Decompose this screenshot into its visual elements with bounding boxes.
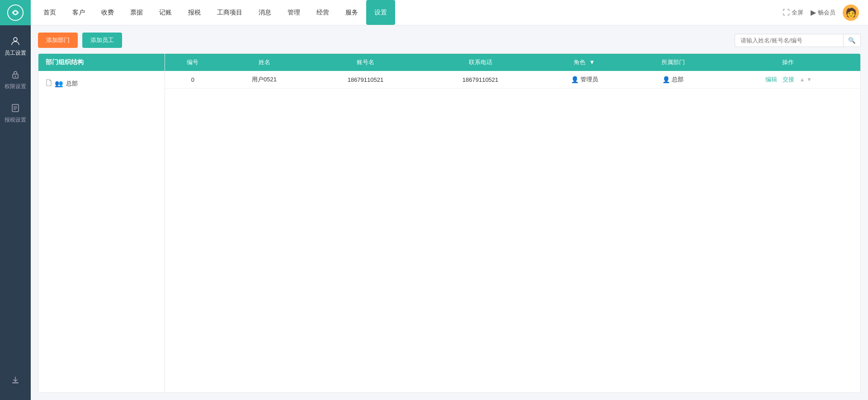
- cell-phone: 18679110521: [423, 71, 538, 89]
- avatar[interactable]: 🧑: [843, 5, 859, 21]
- col-header-dept: 所属部门: [631, 54, 716, 71]
- dept-user-icon-cell: 👤: [662, 76, 670, 83]
- nav-item-service[interactable]: 服务: [337, 0, 366, 25]
- nav-right: ⛶ 全屏 ▶ 畅会员 🧑: [783, 5, 868, 21]
- fullscreen-button[interactable]: ⛶ 全屏: [783, 9, 803, 17]
- content-area: 添加部门 添加员工 🔍 部门组织结构: [31, 25, 868, 400]
- svg-point-4: [15, 76, 16, 77]
- svg-rect-9: [12, 382, 19, 383]
- nav-items: 首页 客户 收费 票据 记账 报税 工商项目 消息 管理 经营 服务 设置: [31, 0, 783, 25]
- employee-table: 编号 姓名 账号名 联系电话 角色 ▼ 所属部门 操作: [165, 54, 860, 89]
- search-input[interactable]: [735, 34, 843, 47]
- nav-item-billing[interactable]: 收费: [93, 0, 122, 25]
- sidebar-bottom: [10, 369, 20, 393]
- role-value: 管理员: [580, 75, 598, 84]
- top-navigation: 首页 客户 收费 票据 记账 报税 工商项目 消息 管理 经营 服务 设置 ⛶ …: [0, 0, 868, 25]
- col-header-account: 账号名: [308, 54, 423, 71]
- sidebar-item-taxsettings-label: 报税设置: [5, 116, 26, 124]
- table-header-row: 编号 姓名 账号名 联系电话 角色 ▼ 所属部门 操作: [165, 54, 860, 71]
- search-button[interactable]: 🔍: [843, 34, 861, 47]
- sidebar-item-permission-label: 权限设置: [5, 83, 26, 90]
- cell-action: 编辑 交接 ▲ ▼: [715, 71, 860, 89]
- sidebar-item-taxsettings[interactable]: 报税设置: [0, 97, 31, 130]
- scroll-up-icon[interactable]: ▲: [800, 76, 805, 83]
- svg-point-2: [14, 38, 17, 41]
- svg-point-1: [14, 11, 17, 14]
- member-label: 畅会员: [818, 9, 835, 17]
- logo-area: [0, 0, 31, 25]
- download-icon: [10, 375, 20, 386]
- transfer-link[interactable]: 交接: [783, 76, 794, 83]
- nav-item-tax[interactable]: 报税: [180, 0, 209, 25]
- fullscreen-label: 全屏: [792, 9, 803, 17]
- sidebar: 员工设置 权限设置 报税设置: [0, 25, 31, 400]
- fullscreen-icon: ⛶: [783, 9, 790, 17]
- nav-item-manage[interactable]: 管理: [279, 0, 308, 25]
- nav-item-accounting[interactable]: 记账: [151, 0, 180, 25]
- dept-item-headquarters[interactable]: 👥 总部: [44, 76, 159, 90]
- employee-table-area: 编号 姓名 账号名 联系电话 角色 ▼ 所属部门 操作: [165, 54, 860, 392]
- cell-name: 用户0521: [221, 71, 308, 89]
- nav-item-message[interactable]: 消息: [250, 0, 279, 25]
- sidebar-item-permission[interactable]: 权限设置: [0, 63, 31, 97]
- cell-role: 👤 管理员: [538, 71, 631, 89]
- nav-item-settings[interactable]: 设置: [366, 0, 395, 25]
- table-row: 0 用户0521 18679110521 18679110521 👤 管理员: [165, 71, 860, 89]
- nav-item-home[interactable]: 首页: [35, 0, 64, 25]
- lock-icon: [10, 70, 20, 81]
- cell-dept: 👤 总部: [631, 71, 716, 89]
- add-employee-button[interactable]: 添加员工: [82, 33, 122, 48]
- tax-icon: [10, 103, 20, 114]
- dept-file-icon: [46, 79, 52, 88]
- col-header-role: 角色 ▼: [538, 54, 631, 71]
- main-layout: 员工设置 权限设置 报税设置: [0, 25, 868, 400]
- member-button[interactable]: ▶ 畅会员: [811, 8, 835, 17]
- dept-tree-header: 部门组织结构: [38, 54, 165, 71]
- role-filter-icon[interactable]: ▼: [589, 59, 595, 66]
- sidebar-item-employee-label: 员工设置: [5, 49, 26, 57]
- col-header-id: 编号: [165, 54, 221, 71]
- edit-link[interactable]: 编辑: [765, 76, 777, 83]
- toolbar: 添加部门 添加员工 🔍: [38, 33, 861, 48]
- main-panel: 部门组织结构 👥 总部: [38, 53, 861, 393]
- nav-item-business[interactable]: 工商项目: [209, 0, 250, 25]
- sidebar-item-employee[interactable]: 员工设置: [0, 30, 31, 63]
- cell-id: 0: [165, 71, 221, 89]
- add-dept-button[interactable]: 添加部门: [38, 33, 78, 48]
- scroll-down-icon[interactable]: ▼: [807, 76, 812, 83]
- dept-user-icon: 👥: [55, 80, 63, 88]
- dept-item-label: 总部: [66, 80, 78, 88]
- role-icon: 👤: [571, 76, 579, 83]
- sidebar-item-download[interactable]: [10, 369, 20, 393]
- employee-icon: [10, 36, 20, 47]
- member-icon: ▶: [811, 8, 816, 17]
- dept-value: 总部: [672, 75, 684, 84]
- col-header-phone: 联系电话: [423, 54, 538, 71]
- search-icon: 🔍: [848, 37, 856, 44]
- search-area: 🔍: [735, 34, 861, 47]
- nav-item-operation[interactable]: 经营: [308, 0, 337, 25]
- nav-item-invoice[interactable]: 票据: [122, 0, 151, 25]
- nav-item-customer[interactable]: 客户: [64, 0, 93, 25]
- col-header-name: 姓名: [221, 54, 308, 71]
- cell-account: 18679110521: [308, 71, 423, 89]
- col-header-action: 操作: [715, 54, 860, 71]
- dept-tree-body: 👥 总部: [38, 71, 165, 96]
- dept-tree: 部门组织结构 👥 总部: [38, 54, 165, 392]
